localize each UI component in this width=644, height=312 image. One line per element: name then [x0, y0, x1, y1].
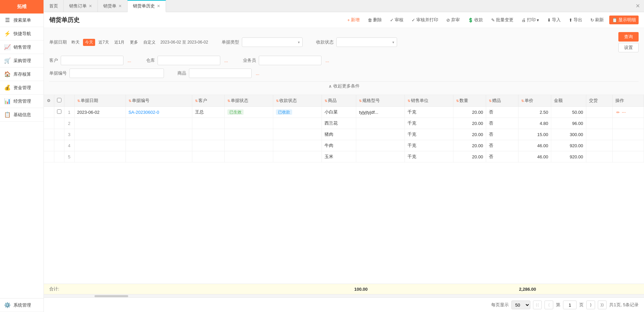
- date-filter-label: 单据日期: [49, 39, 67, 45]
- page-size-select[interactable]: 10 20 50 100: [511, 301, 530, 309]
- sidebar-item-inventory[interactable]: 🏠 库存核算: [0, 68, 44, 81]
- collect-button[interactable]: 💲 收款: [465, 16, 486, 24]
- tab-sales-order[interactable]: 销售订单 ✕: [64, 0, 98, 12]
- select-all-checkbox[interactable]: [57, 98, 61, 102]
- doc-num-cell[interactable]: [125, 129, 192, 140]
- audit-button[interactable]: ✓ 审核: [387, 16, 406, 24]
- sidebar-item-purchase-mgmt[interactable]: 🛒 采购管理: [0, 54, 44, 68]
- date-btn-more[interactable]: 更多: [128, 39, 140, 46]
- col-goods[interactable]: ⇅商品: [322, 95, 356, 107]
- print-button[interactable]: 🖨 打印 ▾: [519, 16, 542, 24]
- checkbox-cell[interactable]: [54, 151, 64, 162]
- doc-num-cell[interactable]: SA-20230602-0: [125, 107, 192, 118]
- batch-change-button[interactable]: ✎ 批量变更: [488, 16, 516, 24]
- date-btn-today[interactable]: 今天: [83, 39, 95, 46]
- salesperson-input[interactable]: [259, 56, 321, 65]
- window-close-button[interactable]: ✕: [632, 3, 644, 9]
- date-btn-1month[interactable]: 近1月: [112, 39, 127, 46]
- warehouse-input[interactable]: [158, 56, 220, 65]
- horizontal-scrollbar[interactable]: [44, 294, 644, 297]
- checkbox-cell[interactable]: [54, 140, 64, 151]
- col-date[interactable]: ⇅单据日期: [74, 95, 125, 107]
- col-doc-num[interactable]: ⇅单据编号: [125, 95, 192, 107]
- tab-sales-history-label: 销货单历史: [133, 3, 155, 9]
- edit-action[interactable]: ✏: [616, 110, 620, 115]
- warehouse-ellipsis[interactable]: ...: [223, 58, 229, 63]
- checkbox-cell[interactable]: [54, 118, 64, 129]
- settings-col-header[interactable]: ⚙: [44, 95, 54, 107]
- close-sales-order-icon[interactable]: ✕: [89, 4, 92, 8]
- checkbox-cell[interactable]: [54, 129, 64, 140]
- date-btn-yesterday[interactable]: 昨天: [69, 39, 82, 46]
- doc-num-cell[interactable]: [125, 118, 192, 129]
- col-qty[interactable]: ⇅数量: [453, 95, 486, 107]
- import-button[interactable]: ⬇ 导入: [544, 16, 563, 24]
- date-cell: 2023-06-02: [74, 107, 125, 118]
- page-of-label: 页: [579, 302, 584, 308]
- scrollbar-thumb[interactable]: [94, 295, 128, 297]
- query-button[interactable]: 查询: [618, 32, 639, 42]
- tab-sales-goods[interactable]: 销货单 ✕: [98, 0, 128, 12]
- sidebar-item-label: 搜索菜单: [13, 17, 31, 23]
- delete-button[interactable]: 🗑 删除: [365, 16, 385, 24]
- col-pay-status[interactable]: ⇅收款状态: [273, 95, 322, 107]
- goods-ellipsis[interactable]: ...: [254, 71, 261, 76]
- more-action[interactable]: ⋯: [622, 110, 626, 115]
- col-unit[interactable]: ⇅销售单位: [405, 95, 453, 107]
- checkbox-cell[interactable]: [54, 107, 64, 118]
- price-cell: 46.00: [519, 151, 551, 162]
- tab-home[interactable]: 首页: [44, 0, 64, 12]
- first-page-button[interactable]: ⟨⟨: [533, 301, 542, 309]
- close-sales-history-icon[interactable]: ✕: [157, 4, 160, 8]
- settings-button[interactable]: 设置: [618, 43, 639, 52]
- goods-cell: 猪肉: [322, 129, 356, 140]
- filter-row-2: 客户 ... 仓库 ... 业务员 ...: [49, 56, 639, 65]
- next-page-button[interactable]: ⟩: [586, 301, 595, 309]
- row-num-cell: 1: [64, 107, 74, 118]
- col-spec[interactable]: ⇅规格型号: [356, 95, 405, 107]
- new-button[interactable]: + 新增: [344, 16, 362, 24]
- payment-select[interactable]: [336, 37, 397, 47]
- refresh-button[interactable]: ↻ 刷新: [588, 16, 607, 24]
- abandon-button[interactable]: ⊘ 弃审: [444, 16, 463, 24]
- sidebar-item-sales-mgmt[interactable]: 📈 销售管理: [0, 41, 44, 54]
- checkbox-col-header[interactable]: [54, 95, 64, 107]
- tab-sales-history[interactable]: 销货单历史 ✕: [128, 0, 166, 12]
- col-gift[interactable]: ⇅赠品: [486, 95, 519, 107]
- sidebar-item-finance[interactable]: 💰 资金管理: [0, 81, 44, 95]
- last-page-button[interactable]: ⟩⟩: [598, 301, 607, 309]
- sidebar-item-operations[interactable]: 📊 经营管理: [0, 95, 44, 108]
- sidebar-item-quick-nav[interactable]: ⚡ 快捷导航: [0, 27, 44, 41]
- col-customer[interactable]: ⇅客户: [192, 95, 225, 107]
- export-button[interactable]: ⬆ 导出: [566, 16, 585, 24]
- close-sales-goods-icon[interactable]: ✕: [118, 4, 122, 8]
- salesperson-ellipsis[interactable]: ...: [324, 58, 331, 63]
- type-select[interactable]: [242, 37, 303, 47]
- customer-filter-label: 客户: [49, 57, 58, 63]
- sidebar-item-basic-info[interactable]: 📋 基础信息: [0, 108, 44, 122]
- date-btn-7days[interactable]: 近7天: [96, 39, 111, 46]
- sort-icon: ⇅: [195, 99, 198, 103]
- show-detail-button[interactable]: 📋 显示明细: [609, 16, 639, 24]
- row-checkbox[interactable]: [57, 109, 61, 114]
- sidebar-item-search-menu[interactable]: ☰ 搜索菜单: [0, 14, 44, 27]
- col-doc-status[interactable]: ⇅单据状态: [225, 95, 273, 107]
- gift-cell: 否: [486, 118, 519, 129]
- page-number-input[interactable]: [563, 301, 577, 309]
- price-cell: 15.00: [519, 129, 551, 140]
- customer-input[interactable]: [61, 56, 123, 65]
- goods-input[interactable]: [189, 69, 252, 78]
- doc-num-cell[interactable]: [125, 151, 192, 162]
- collect-icon: 💲: [468, 18, 473, 23]
- col-price[interactable]: ⇅单价: [519, 95, 551, 107]
- date-btn-custom[interactable]: 自定义: [141, 39, 158, 46]
- doc-num-cell[interactable]: [125, 140, 192, 151]
- sidebar-item-sys-mgmt[interactable]: ⚙️ 系统管理: [0, 298, 44, 312]
- customer-ellipsis[interactable]: ...: [126, 58, 133, 63]
- prev-page-button[interactable]: ⟨: [544, 301, 553, 309]
- collapse-filter-button[interactable]: ∧ 收起更多条件: [49, 81, 639, 90]
- finance-icon: 💰: [4, 84, 11, 91]
- main-area: 首页 销售订单 ✕ 销货单 ✕ 销货单历史 ✕ ✕ 销货单历史 + 新增: [44, 0, 644, 312]
- audit-print-button[interactable]: ✓ 审核并打印: [409, 16, 441, 24]
- docnum-input[interactable]: [69, 69, 164, 78]
